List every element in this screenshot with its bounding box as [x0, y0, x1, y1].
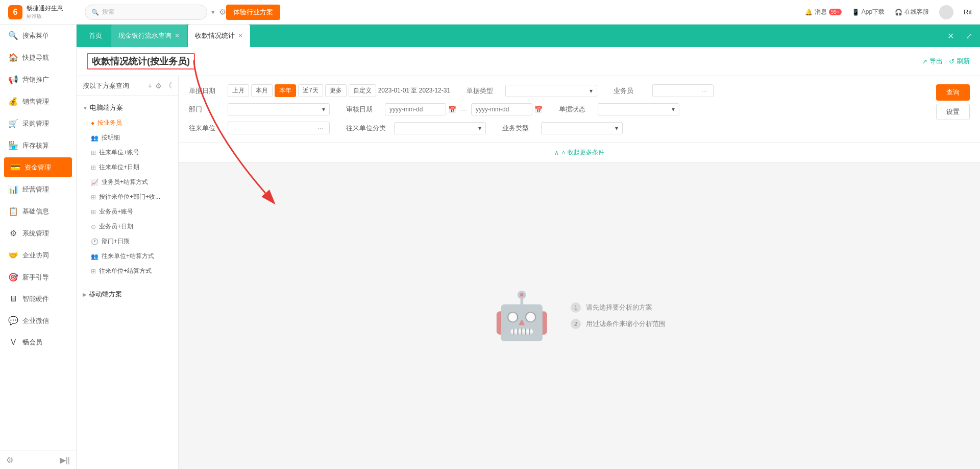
sidebar-item-label: 企业微信: [22, 316, 49, 325]
collapse-panel-btn[interactable]: 《: [165, 81, 172, 90]
refresh-btn[interactable]: ↺ 刷新: [949, 57, 970, 66]
step-num-1: 1: [571, 302, 581, 313]
sidebar-item-label: 采购管理: [22, 119, 49, 128]
sidebar-item-marketing[interactable]: 📢 营销推广: [0, 68, 76, 90]
tab-close-all-btn[interactable]: ✕: [943, 29, 958, 43]
tree-item-partner-dept[interactable]: ⊞ 按往来单位+部门+收...: [77, 190, 178, 204]
sidebar-item-search[interactable]: 🔍 搜索菜单: [0, 25, 76, 46]
settings-btn[interactable]: 设置: [936, 104, 970, 120]
date-btn-custom[interactable]: 自定义: [349, 84, 376, 97]
gear-icon[interactable]: ⚙: [219, 7, 226, 17]
tree-item-dept-date[interactable]: 🕐 部门+日期: [77, 234, 178, 249]
tree-item-table4-icon: ⊞: [91, 208, 96, 216]
date-options-group: 上月 本月 本年 近7天 更多 自定义 2023-01-01 至 2023-12…: [228, 84, 450, 97]
tree-item-table2-icon: ⊞: [91, 164, 96, 171]
layout: 🔍 搜索菜单 🏠 快捷导航 📢 营销推广 💰 销售管理 🛒 采购管理 🏪 库存核…: [0, 25, 980, 469]
sidebar-item-wechat[interactable]: 💬 企业微信: [0, 310, 76, 332]
sidebar-item-label: 快捷导航: [22, 53, 49, 62]
date-btn-this-month[interactable]: 本月: [251, 84, 273, 97]
partner-select[interactable]: ···: [228, 122, 330, 134]
review-date-from[interactable]: [385, 103, 446, 115]
sidebar-item-sales[interactable]: 💰 销售管理: [0, 90, 76, 112]
date-btn-more[interactable]: 更多: [325, 84, 347, 97]
date-dash: —: [460, 106, 467, 113]
dept-select[interactable]: ▾: [228, 103, 330, 115]
logo-area: 6 畅捷通好生意 标准版: [8, 4, 85, 20]
tab-maximize-btn[interactable]: ⤢: [962, 29, 976, 43]
sidebar-item-purchase[interactable]: 🛒 采购管理: [0, 112, 76, 134]
date-btn-last-month[interactable]: 上月: [228, 84, 249, 97]
tab-cashbank[interactable]: 现金银行流水查询 ✕: [111, 25, 187, 47]
sidebar-item-label: 基础信息: [22, 207, 49, 216]
tree-section-mobile-header[interactable]: ▶ 移动端方案: [77, 287, 178, 302]
tree-item-time-icon: 🕐: [91, 238, 99, 245]
app-download-btn[interactable]: 📱 App下载: [852, 8, 885, 16]
tree-item-partner-settle1[interactable]: 👥 往来单位+结算方式: [77, 249, 178, 264]
date-btn-this-year[interactable]: 本年: [275, 84, 296, 97]
collapse-row[interactable]: ∧ ∧ 收起更多条件: [179, 143, 980, 162]
sidebar-item-enterprise[interactable]: 🤝 企业协同: [0, 244, 76, 266]
right-content: 单据日期 上月 本月 本年 近7天 更多 自定义 2023-01-01 至 20…: [179, 76, 980, 469]
date-btn-7days[interactable]: 近7天: [298, 84, 323, 97]
tab-collection[interactable]: 收款情况统计 ✕: [188, 25, 250, 47]
tab-close-collection[interactable]: ✕: [238, 32, 243, 39]
sidebar-item-basic[interactable]: 📋 基础信息: [0, 200, 76, 222]
user-avatar[interactable]: [939, 5, 953, 19]
sidebar-item-quicknav[interactable]: 🏠 快捷导航: [0, 46, 76, 68]
voucher-type-select[interactable]: ▾: [505, 85, 597, 97]
tree-item-by-salesperson[interactable]: ● 按业务员: [77, 115, 178, 130]
tree-item-detail[interactable]: 👥 按明细: [77, 130, 178, 145]
dept-label: 部门: [189, 105, 219, 114]
partner-type-select[interactable]: ▾: [394, 122, 486, 134]
tree-item-bar-icon: 📈: [91, 179, 99, 186]
review-date-to[interactable]: [471, 103, 532, 115]
query-btn[interactable]: 查询: [936, 84, 970, 101]
biz-type-select[interactable]: ▾: [541, 122, 623, 134]
tree-section-pc-header[interactable]: ▼ 电脑端方案: [77, 100, 178, 115]
filter-row-1: 单据日期 上月 本月 本年 近7天 更多 自定义 2023-01-01 至 20…: [189, 84, 928, 97]
online-service-btn[interactable]: 🎧 在线客服: [895, 8, 929, 16]
tree-item-partner-date[interactable]: ⊞ 往来单位+日期: [77, 160, 178, 175]
sidebar-item-guide[interactable]: 🎯 新手引导: [0, 266, 76, 288]
tree-mobile-arrow-icon: ▶: [83, 292, 87, 297]
plan-settings-btn[interactable]: ⚙: [155, 82, 162, 90]
sidebar-item-label: 系统管理: [22, 229, 49, 238]
salesperson-select[interactable]: ···: [652, 84, 714, 97]
tree-item-partner-account[interactable]: ⊞ 往来单位+账号: [77, 145, 178, 160]
sidebar-item-operation[interactable]: 📊 经营管理: [0, 178, 76, 200]
tree-item-salesperson-date[interactable]: ⊙ 业务员+日期: [77, 219, 178, 234]
trial-btn[interactable]: 体验行业方案: [226, 5, 280, 20]
add-plan-btn[interactable]: +: [148, 82, 152, 90]
sidebar-item-warehouse[interactable]: 🏪 库存核算: [0, 134, 76, 156]
dropdown-arrow-icon[interactable]: ▾: [211, 8, 215, 16]
tab-home[interactable]: 首页: [81, 25, 110, 47]
calendar-to-icon[interactable]: 📅: [534, 106, 543, 113]
tab-close-cashbank[interactable]: ✕: [175, 32, 180, 39]
search-icon: 🔍: [8, 31, 18, 40]
tree-item-clock-icon: ⊙: [91, 223, 96, 230]
voucher-status-select[interactable]: ▾: [598, 103, 679, 115]
megaphone-icon: 📢: [8, 75, 18, 84]
user-name: Rit: [964, 8, 972, 16]
calendar-from-icon[interactable]: 📅: [448, 106, 456, 113]
page-wrapper: 首页 现金银行流水查询 ✕ 收款情况统计 ✕ ✕ ⤢ 收款情况统计(按业务员) …: [77, 25, 980, 469]
partner-dots[interactable]: ···: [317, 124, 323, 132]
export-btn[interactable]: ↗ 导出: [922, 57, 943, 66]
step-num-2: 2: [571, 319, 581, 329]
tree-item-circle-icon: ●: [91, 120, 94, 127]
settings-bottom-icon[interactable]: ⚙: [6, 455, 13, 465]
message-btn[interactable]: 🔔 消息 99+: [805, 8, 842, 16]
sidebar-item-vip[interactable]: V 畅会员: [0, 332, 76, 353]
sidebar-item-label: 销售管理: [22, 97, 49, 106]
sidebar-bottom: ⚙ ▶||: [0, 451, 76, 469]
tree-item-partner-settle2[interactable]: ⊞ 往来单位+结算方式: [77, 264, 178, 278]
expand-icon[interactable]: ▶||: [60, 455, 70, 465]
tree-item-salesperson-settle[interactable]: 📈 业务员+结算方式: [77, 175, 178, 190]
salesperson-dots[interactable]: ···: [701, 87, 707, 95]
tree-item-salesperson-account[interactable]: ⊞ 业务员+账号: [77, 204, 178, 219]
online-service-label: 在线客服: [904, 8, 929, 16]
sidebar-item-system[interactable]: ⚙ 系统管理: [0, 222, 76, 244]
filter-main-row: 单据日期 上月 本月 本年 近7天 更多 自定义 2023-01-01 至 20…: [189, 84, 970, 134]
sidebar-item-smart[interactable]: 🖥 智能硬件: [0, 288, 76, 310]
sidebar-item-finance[interactable]: 💳 资金管理: [4, 157, 72, 177]
